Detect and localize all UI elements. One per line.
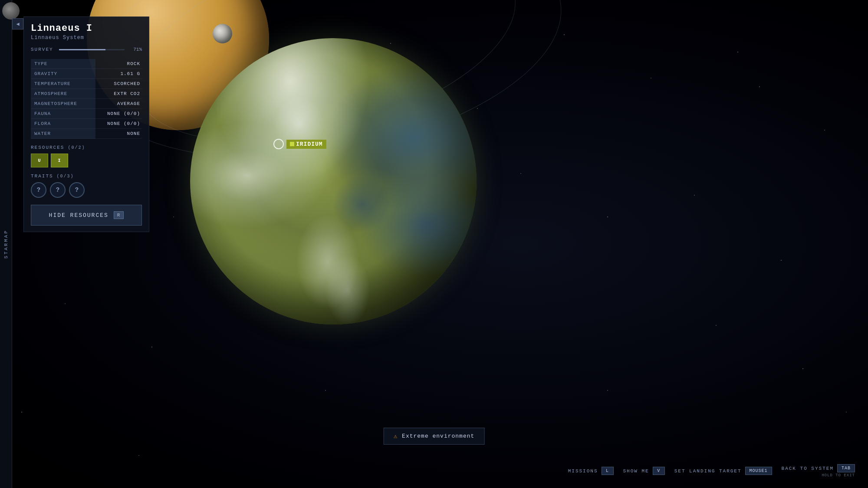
hold-to-exit-label: HOLD TO EXIT — [822, 473, 855, 478]
show-me-label: SHOW ME — [623, 468, 649, 474]
stats-row: ATMOSPHERE EXTR CO2 — [31, 89, 142, 99]
hide-resources-label: HIDE RESOURCES — [49, 212, 108, 219]
warning-text: Extreme environment — [402, 433, 474, 439]
stats-row-value: NONE (0/0) — [95, 119, 142, 129]
stats-row-value: ROCK — [95, 59, 142, 69]
main-planet — [190, 38, 477, 324]
stats-row: FLORA NONE (0/0) — [31, 119, 142, 129]
back-to-system-key[interactable]: TAB — [837, 464, 855, 472]
stats-row: TEMPERATURE SCORCHED — [31, 79, 142, 89]
set-landing-hud-item: SET LANDING TARGET MOUSE1 — [674, 467, 772, 475]
stats-row-value: AVERAGE — [95, 99, 142, 109]
show-me-key[interactable]: V — [653, 467, 665, 475]
set-landing-key[interactable]: MOUSE1 — [745, 467, 772, 475]
starmap-sidebar: STARMAP — [0, 0, 12, 488]
stats-table: TYPE ROCK GRAVITY 1.61 G TEMPERATURE SCO… — [31, 59, 142, 139]
iridium-location-circle — [273, 139, 284, 149]
collapse-panel-button[interactable]: ◀ — [12, 18, 23, 29]
stats-row-label: TYPE — [31, 59, 95, 69]
survey-row: SURVEY 71% — [31, 47, 142, 52]
back-to-system-hud-item: BACK TO SYSTEM TAB HOLD TO EXIT — [782, 464, 855, 478]
stats-row: TYPE ROCK — [31, 59, 142, 69]
trait-3[interactable]: ? — [69, 182, 85, 198]
missions-label: MISSIONS — [568, 468, 598, 474]
resources-row: U I — [31, 154, 142, 167]
extreme-environment-warning: ⚠ Extreme environment — [384, 428, 485, 445]
stats-row-value: EXTR CO2 — [95, 89, 142, 99]
iridium-tag: IRIDIUM — [286, 140, 326, 149]
system-name: Linnaeus System — [31, 35, 142, 41]
background-moon — [213, 24, 232, 43]
stats-row: FAUNA NONE (0/0) — [31, 109, 142, 119]
resource-uranium: U — [31, 154, 48, 167]
stats-row: MAGNETOSPHERE AVERAGE — [31, 99, 142, 109]
hide-resources-key-badge: R — [114, 211, 124, 219]
resource-iridium: I — [51, 154, 68, 167]
traits-label: TRAITS — [31, 174, 53, 179]
show-me-hud-item: SHOW ME V — [623, 467, 665, 475]
planet-name: Linnaeus I — [31, 23, 142, 34]
iridium-tag-text: IRIDIUM — [296, 141, 323, 147]
traits-header: TRAITS (0/3) — [31, 174, 142, 179]
resources-label: RESOURCES — [31, 145, 64, 150]
stats-row-label: MAGNETOSPHERE — [31, 99, 95, 109]
survey-percent: 71% — [129, 47, 142, 52]
stats-row-value: NONE (0/0) — [95, 109, 142, 119]
info-panel: Linnaeus I Linnaeus System SURVEY 71% TY… — [23, 16, 149, 232]
stats-row-label: GRAVITY — [31, 69, 95, 79]
warning-icon: ⚠ — [394, 432, 398, 440]
stats-row-label: WATER — [31, 129, 95, 139]
resources-count: (0/2) — [68, 145, 85, 150]
traits-row: ? ? ? — [31, 182, 142, 198]
back-to-system-label: BACK TO SYSTEM — [782, 466, 834, 471]
survey-bar — [59, 49, 125, 50]
stats-row-label: FLORA — [31, 119, 95, 129]
resources-header: RESOURCES (0/2) — [31, 145, 142, 150]
trait-1[interactable]: ? — [31, 182, 46, 198]
iridium-label: IRIDIUM — [273, 139, 326, 149]
stats-row: GRAVITY 1.61 G — [31, 69, 142, 79]
survey-bar-fill — [59, 49, 105, 50]
stats-row-label: ATMOSPHERE — [31, 89, 95, 99]
trait-2[interactable]: ? — [50, 182, 66, 198]
survey-label: SURVEY — [31, 47, 55, 52]
set-landing-label: SET LANDING TARGET — [674, 468, 742, 474]
stats-row-value: 1.61 G — [95, 69, 142, 79]
missions-hud-item: MISSIONS L — [568, 467, 614, 475]
stats-row-value: SCORCHED — [95, 79, 142, 89]
stats-row-label: FAUNA — [31, 109, 95, 119]
hide-resources-button[interactable]: HIDE RESOURCES R — [31, 205, 142, 226]
stats-row: WATER NONE — [31, 129, 142, 139]
bottom-hud: MISSIONS L SHOW ME V SET LANDING TARGET … — [568, 464, 855, 478]
avatar — [2, 2, 20, 20]
iridium-dot — [290, 142, 294, 146]
starmap-label: STARMAP — [3, 229, 9, 259]
stats-row-value: NONE — [95, 129, 142, 139]
stats-row-label: TEMPERATURE — [31, 79, 95, 89]
missions-key[interactable]: L — [602, 467, 614, 475]
collapse-arrow-icon: ◀ — [16, 21, 19, 27]
traits-count: (0/3) — [57, 174, 74, 179]
